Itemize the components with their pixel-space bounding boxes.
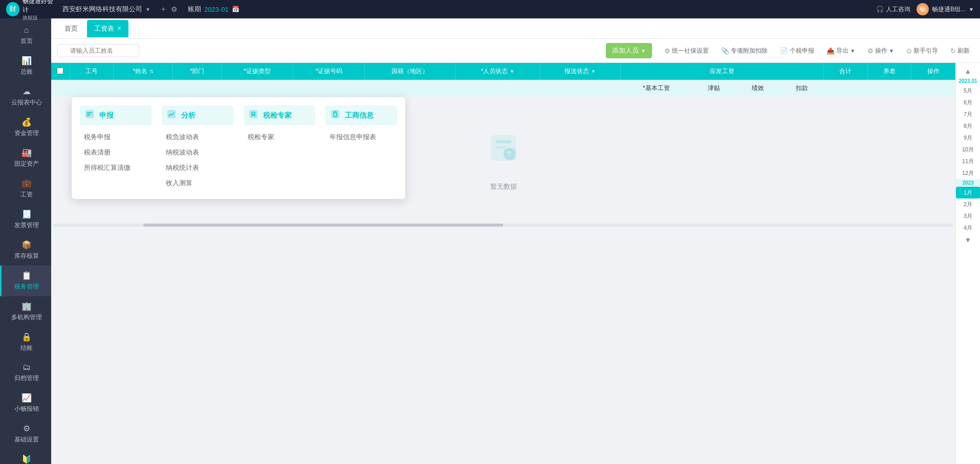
section-title-declaration: 申报 [99, 111, 114, 120]
analysis-icon [166, 108, 177, 122]
tab-bar: 首页 工资表 ✕ [51, 18, 980, 39]
salary-icon: 💼 [21, 179, 32, 188]
header-total: 合计 [823, 63, 867, 80]
tab-home[interactable]: 首页 [57, 20, 85, 37]
svg-rect-7 [249, 110, 257, 118]
company-selector[interactable]: 西安虾米网络科技有限公司 ▼ [62, 5, 150, 14]
guide-btn[interactable]: ⊙ 新手引导 [902, 45, 942, 57]
menu-tax-dynamic[interactable]: 纳税波动表 [162, 145, 233, 160]
timeline-month-2[interactable]: 2月 [956, 198, 980, 210]
headset-icon: 🎧 [876, 6, 884, 13]
sidebar-label-tax: 税务管理 [14, 282, 39, 291]
select-all-checkbox[interactable] [57, 68, 63, 74]
timeline-month-4[interactable]: 4月 [956, 222, 980, 234]
basic-icon: ⚙ [23, 424, 30, 433]
sidebar-label-salary: 工资 [20, 190, 33, 199]
timeline-month-9[interactable]: 9月 [956, 132, 980, 144]
timeline-month-1[interactable]: 1月 [956, 187, 980, 198]
tab-salary-table[interactable]: 工资表 ✕ [87, 20, 128, 37]
timeline-month-7[interactable]: 7月 [956, 108, 980, 120]
menu-tax-stat[interactable]: 纳税统计表 [162, 160, 233, 175]
timeline-month-11[interactable]: 11月 [956, 156, 980, 167]
sidebar-item-archive[interactable]: 🗂 归档管理 [0, 358, 51, 388]
timeline-month-5[interactable]: 5月 [956, 85, 980, 97]
refresh-icon: ↻ [950, 47, 956, 55]
add-icon[interactable]: ＋ [160, 5, 167, 14]
section-title-business-info: 工商信息 [345, 111, 374, 120]
sidebar-item-ledger[interactable]: 📊 总账 [0, 51, 51, 81]
timeline-down-arrow[interactable]: ▼ [963, 234, 974, 246]
export-btn[interactable]: 📤 导出 ▼ [822, 45, 859, 57]
app-sub: 旗舰版 [23, 14, 57, 21]
timeline-month-3[interactable]: 3月 [956, 210, 980, 222]
sidebar-item-inventory[interactable]: 📦 库存核算 [0, 235, 51, 266]
header-idtype: *证据类型 [221, 63, 293, 80]
sidebar-item-cloud[interactable]: ☁ 云报表中心 [0, 81, 51, 112]
tax-expert-icon [248, 108, 259, 122]
sidebar-item-home[interactable]: ⌂ 首页 [0, 20, 51, 51]
sidebar-item-guide[interactable]: 🔰 新手引导 [0, 449, 51, 464]
timeline-month-6[interactable]: 6月 [956, 97, 980, 108]
empty-text: 暂无数据 [490, 182, 517, 191]
timeline-month-12[interactable]: 12月 [956, 167, 980, 179]
scroll-thumb[interactable] [143, 224, 504, 227]
menu-tax-table[interactable]: 税表清册 [80, 145, 151, 160]
timeline-month-8[interactable]: 8月 [956, 120, 980, 132]
menu-tax-burden[interactable]: 税负波动表 [162, 129, 233, 145]
tab-close-icon[interactable]: ✕ [117, 26, 121, 31]
closing-icon: 🔒 [21, 332, 32, 342]
refresh-btn[interactable]: ↻ 刷新 [946, 45, 974, 57]
social-security-btn[interactable]: ⚙ 统一社保设置 [660, 45, 713, 57]
user-name: 畅捷通B组... [932, 5, 966, 14]
header-idno: *证据号码 [293, 63, 365, 80]
sidebar-item-basic[interactable]: ⚙ 基础设置 [0, 418, 51, 449]
header-subsidy: 津贴 [692, 80, 736, 97]
table-header-row2: *基本工资 津贴 绩效 扣款 [51, 80, 955, 97]
name-sort-icon[interactable]: ⇅ [149, 69, 154, 74]
add-person-button[interactable]: 添加人员 ▼ [606, 43, 652, 58]
settings-icon[interactable]: ⚙ [171, 5, 178, 13]
guide-label: 新手引导 [913, 47, 938, 55]
sidebar-item-multi[interactable]: 🏢 多机构管理 [0, 296, 51, 327]
sidebar-label-inventory: 库存核算 [14, 252, 39, 260]
sidebar-item-closing[interactable]: 🔒 结账 [0, 327, 51, 358]
sidebar-item-report[interactable]: 📈 小畅报销 [0, 388, 51, 418]
menu-income-estimate[interactable]: 收入测算 [162, 175, 233, 191]
invoice-icon: 🧾 [21, 209, 32, 219]
menu-annual-report[interactable]: 年报信息申报表 [325, 129, 397, 145]
calendar-icon[interactable]: 📅 [232, 6, 239, 13]
service-btn[interactable]: 🎧 人工咨询 [876, 5, 910, 14]
sidebar-item-salary[interactable]: 💼 工资 [0, 173, 51, 204]
search-input[interactable] [57, 44, 139, 57]
menu-tax-declaration[interactable]: 税务申报 [80, 129, 151, 145]
header-checkbox[interactable] [51, 63, 70, 80]
menu-income-tax-clear[interactable]: 所得税汇算清缴 [80, 160, 151, 175]
tab-salary-label: 工资表 [94, 24, 114, 33]
status-filter-icon[interactable]: ▼ [510, 69, 515, 74]
timeline-up-arrow[interactable]: ▲ [963, 65, 974, 77]
sidebar-label-assets: 固定资产 [14, 160, 39, 168]
operations-label: 操作 [875, 47, 887, 55]
special-deduction-btn[interactable]: 📎 专项附加扣除 [717, 45, 772, 57]
sidebar-item-tax[interactable]: 📋 税务管理 [0, 266, 51, 296]
top-bar-actions: ＋ ⚙ [160, 5, 178, 14]
operations-btn[interactable]: ⚙ 操作 ▼ [863, 45, 898, 57]
timeline-month-10[interactable]: 10月 [956, 144, 980, 156]
section-header-analysis: 分析 [162, 105, 233, 125]
horizontal-scrollbar[interactable] [51, 222, 955, 228]
header-report-status: 报送状态 ▼ [540, 63, 620, 80]
company-name: 西安虾米网络科技有限公司 [62, 5, 142, 14]
sidebar-item-invoice[interactable]: 🧾 发票管理 [0, 204, 51, 235]
app-name: 畅捷通好会计 [23, 0, 57, 14]
sidebar-item-assets[interactable]: 🏭 固定资产 [0, 143, 51, 173]
menu-tax-expert[interactable]: 税检专家 [244, 129, 315, 145]
user-menu[interactable]: 畅 畅捷通B组... ▼ [917, 3, 974, 15]
sidebar-label-multi: 多机构管理 [11, 313, 42, 322]
home-icon: ⌂ [24, 26, 29, 35]
export-chevron-icon: ▼ [850, 48, 855, 54]
personal-tax-btn[interactable]: 📄 个税申报 [776, 45, 818, 57]
timeline-year-2022: 2023.01 [957, 77, 978, 85]
sidebar-item-funds[interactable]: 💰 资金管理 [0, 112, 51, 143]
report-status-filter-icon[interactable]: ▼ [591, 69, 596, 74]
company-chevron-icon: ▼ [145, 7, 150, 12]
